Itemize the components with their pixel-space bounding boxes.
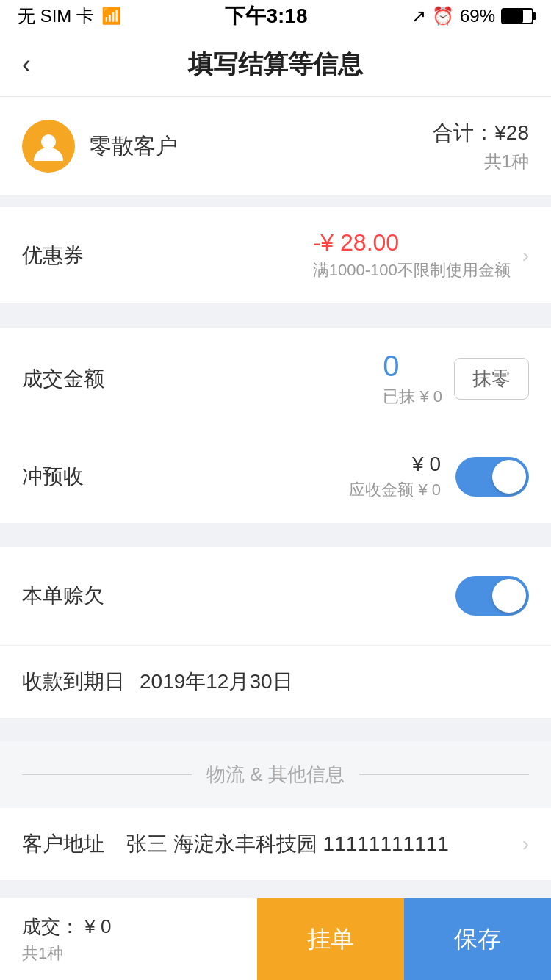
bottom-transaction: 成交： ¥ 0 [22,914,235,940]
save-button[interactable]: 保存 [404,898,551,981]
coupon-right: -¥ 28.00 满1000-100不限制使用金额 › [313,229,529,281]
coupon-amount: -¥ 28.00 [313,229,511,256]
debt-section: 本单赊欠 收款到期日 2019年12月30日 [0,547,551,718]
section-divider-1 [0,316,551,328]
due-date-value: 2019年12月30日 [140,668,293,696]
main-content: 零散客户 合计：¥28 共1种 优惠券 -¥ 28.00 满1000-100不限… [0,97,551,980]
toggle-thumb [492,460,526,494]
section-divider-3 [0,729,551,741]
status-left: 无 SIM 卡 📶 [18,4,121,28]
battery-fill [503,10,523,23]
address-row[interactable]: 客户地址 张三 海淀永丰科技园 11111111111 › [0,808,551,880]
debt-row: 本单赊欠 [0,547,551,645]
debt-label: 本单赊欠 [22,582,104,610]
carrier-label: 无 SIM 卡 [18,4,94,28]
transaction-right: 0 已抹 ¥ 0 抹零 [383,350,529,408]
status-bar: 无 SIM 卡 📶 下午3:18 ↗ ⏰ 69% [0,0,551,32]
prepayment-amount-block: ¥ 0 应收金额 ¥ 0 [349,453,441,501]
prepayment-receivable: 应收金额 ¥ 0 [349,479,441,501]
pending-button[interactable]: 挂单 [257,898,404,981]
customer-left: 零散客户 [22,120,178,173]
user-icon [31,129,66,164]
coupon-section: 优惠券 -¥ 28.00 满1000-100不限制使用金额 › [0,207,551,304]
due-date-row: 收款到期日 2019年12月30日 [0,645,551,718]
bottom-transaction-label: 成交： [22,915,79,937]
customer-name: 零散客户 [90,131,178,162]
status-right: ↗ ⏰ 69% [411,6,533,26]
prepayment-row: 冲预收 ¥ 0 应收金额 ¥ 0 [0,430,551,523]
address-chevron-icon: › [522,832,529,856]
transaction-amount-block: 0 已抹 ¥ 0 [383,350,442,408]
wifi-icon: 📶 [101,7,121,26]
total-amount: 合计：¥28 [433,119,529,147]
total-count: 共1种 [433,150,529,173]
address-value: 张三 海淀永丰科技园 11111111111 [126,830,522,858]
debt-toggle[interactable] [455,576,529,616]
status-time: 下午3:18 [225,2,307,30]
coupon-amount-block: -¥ 28.00 满1000-100不限制使用金额 [313,229,511,281]
page-title: 填写结算等信息 [188,48,363,82]
alarm-icon: ⏰ [432,6,454,26]
logistics-line-right [359,774,529,775]
coupon-chevron-icon: › [522,244,529,267]
bottom-transaction-value: ¥ 0 [84,915,111,937]
coupon-label: 优惠券 [22,242,84,270]
coupon-desc: 满1000-100不限制使用金额 [313,259,511,281]
avatar [22,120,75,173]
logistics-label: 物流 & 其他信息 [206,762,345,788]
location-icon: ↗ [411,6,426,26]
battery-icon [501,8,533,24]
transaction-row: 成交金额 0 已抹 ¥ 0 抹零 [0,328,551,430]
customer-row: 零散客户 合计：¥28 共1种 [0,97,551,195]
address-label: 客户地址 [22,830,104,858]
prepayment-label: 冲预收 [22,463,84,491]
round-off-button[interactable]: 抹零 [454,358,529,400]
prepayment-amount: ¥ 0 [349,453,441,476]
bottom-count: 共1种 [22,943,235,965]
address-section: 客户地址 张三 海淀永丰科技园 11111111111 › [0,808,551,880]
customer-right: 合计：¥28 共1种 [433,119,529,173]
prepayment-toggle[interactable] [455,457,529,497]
transaction-section: 成交金额 0 已抹 ¥ 0 抹零 冲预收 ¥ 0 应收金额 ¥ 0 [0,328,551,523]
logistics-line-left [22,774,192,775]
prepayment-right: ¥ 0 应收金额 ¥ 0 [349,453,529,501]
due-date-label: 收款到期日 [22,668,125,696]
logistics-section: 物流 & 其他信息 [0,741,551,808]
bottom-bar: 成交： ¥ 0 共1种 挂单 保存 [0,898,551,980]
bottom-info: 成交： ¥ 0 共1种 [0,914,257,965]
nav-bar: ‹ 填写结算等信息 [0,32,551,97]
transaction-value: 0 [383,350,442,383]
battery-percent: 69% [460,6,495,26]
back-button[interactable]: ‹ [22,49,31,80]
section-divider-2 [0,535,551,547]
debt-toggle-thumb [492,579,526,613]
coupon-row[interactable]: 优惠券 -¥ 28.00 满1000-100不限制使用金额 › [0,207,551,304]
transaction-label: 成交金额 [22,365,104,393]
svg-point-0 [41,134,56,149]
transaction-deducted: 已抹 ¥ 0 [383,386,442,408]
